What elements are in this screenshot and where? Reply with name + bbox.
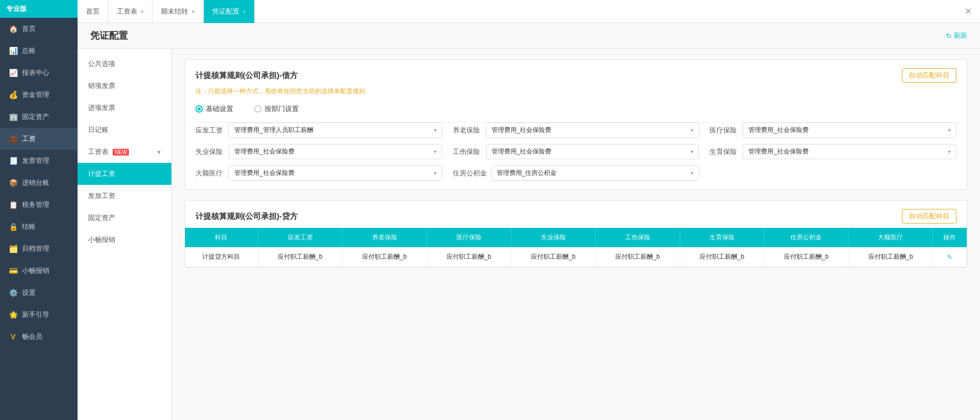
tab-close-period[interactable]: × bbox=[191, 8, 194, 15]
sub-item-pay-salary[interactable]: 发放工资 bbox=[78, 185, 171, 207]
tab-home[interactable]: 首页 bbox=[78, 0, 108, 23]
page-title: 凭证配置 bbox=[90, 29, 128, 42]
debit-auto-match-button[interactable]: 自动匹配科目 bbox=[902, 68, 956, 83]
main-content: 计提核算规则(公司承担)-借方 自动匹配科目 注：只能选择一种方式，系统将按照您… bbox=[172, 49, 980, 420]
field-housing: 住房公积金 管理费用_住房公积金 ▾ bbox=[453, 165, 700, 181]
sidebar-item-xiaochang[interactable]: 💳 小畅报销 bbox=[0, 260, 78, 282]
cell-injury[interactable]: 应付职工薪酬_b bbox=[595, 247, 680, 267]
sidebar-item-tax[interactable]: 📋 税务管理 bbox=[0, 194, 78, 216]
stock-icon: 📦 bbox=[8, 179, 18, 187]
field-pension-label: 养老保险 bbox=[453, 126, 482, 135]
debit-form-grid: 应发工资 管理费用_管理人员职工薪酬 ▾ 养老保险 管理费用_社会保险费 bbox=[185, 122, 967, 189]
tab-salary-table[interactable]: 工资表 × bbox=[108, 0, 153, 23]
field-unemployment: 失业保险 管理费用_社会保险费 ▾ bbox=[195, 144, 442, 159]
field-maternity-select[interactable]: 管理费用_社会保险费 ▾ bbox=[743, 144, 956, 159]
cell-housing[interactable]: 应付职工薪酬_b bbox=[764, 247, 848, 267]
refresh-button[interactable]: ↻ 刷新 bbox=[946, 31, 967, 40]
field-unemployment-label: 失业保险 bbox=[195, 147, 224, 157]
archive-icon: 🗂️ bbox=[8, 245, 18, 253]
sidebar-item-assets[interactable]: 🏢 固定资产 bbox=[0, 106, 78, 128]
cell-major-medical[interactable]: 应付职工薪酬_b bbox=[848, 247, 933, 267]
cell-medical[interactable]: 应付职工薪酬_b bbox=[427, 247, 511, 267]
credit-section: 计提核算规则(公司承担)-贷方 自动匹配科目 科目 应发工资 养老保险 医疗保险… bbox=[184, 200, 967, 268]
field-medical-select[interactable]: 管理费用_社会保险费 ▾ bbox=[743, 123, 956, 138]
radio-basic-dot bbox=[195, 105, 203, 113]
col-housing: 住房公积金 bbox=[764, 228, 848, 247]
field-unemployment-select[interactable]: 管理费用_社会保险费 ▾ bbox=[228, 144, 442, 159]
debit-section-header: 计提核算规则(公司承担)-借方 自动匹配科目 bbox=[185, 60, 967, 87]
sub-item-expense[interactable]: 小畅报销 bbox=[78, 229, 171, 251]
sub-item-salary-table[interactable]: 工资表 NEW ▾ bbox=[78, 141, 171, 163]
credit-auto-match-button[interactable]: 自动匹配科目 bbox=[902, 209, 956, 224]
field-major-medical-label: 大额医疗 bbox=[195, 169, 224, 178]
cell-salary[interactable]: 应付职工薪酬_b bbox=[258, 247, 342, 267]
field-housing-label: 住房公积金 bbox=[453, 169, 487, 178]
reports-icon: 📈 bbox=[8, 69, 18, 77]
field-salary: 应发工资 管理费用_管理人员职工薪酬 ▾ bbox=[195, 123, 442, 138]
debit-section-note: 注：只能选择一种方式，系统将按照您当前的选择来配置规则 bbox=[185, 87, 967, 100]
cell-pension[interactable]: 应付职工薪酬_b bbox=[342, 247, 427, 267]
sidebar-item-settings[interactable]: ⚙️ 设置 bbox=[0, 282, 78, 304]
content-area: 凭证配置 ↻ 刷新 公共选项 销项发票 进项发票 日记账 bbox=[78, 23, 980, 420]
main-area: 首页 工资表 × 期末结转 × 凭证配置 × ✕ 凭证配置 ↻ 刷新 bbox=[78, 0, 980, 420]
sidebar-item-home[interactable]: 🏠 首页 bbox=[0, 18, 78, 40]
radio-dept[interactable]: 按部门设置 bbox=[254, 104, 299, 114]
close-account-icon: 🔒 bbox=[8, 223, 18, 231]
ledger-icon: 📊 bbox=[8, 47, 18, 55]
col-injury: 工伤保险 bbox=[595, 228, 680, 247]
app-title: 专业版 bbox=[0, 0, 78, 18]
col-medical: 医疗保险 bbox=[427, 228, 511, 247]
sidebar: 专业版 🏠 首页 📊 总账 📈 报表中心 💰 资金管理 🏢 固定资产 💼 工资 … bbox=[0, 0, 78, 420]
sidebar-item-reports[interactable]: 📈 报表中心 bbox=[0, 62, 78, 84]
field-housing-select[interactable]: 管理费用_住房公积金 ▾ bbox=[491, 165, 700, 181]
xiaochang-icon: 💳 bbox=[8, 267, 18, 275]
sub-sidebar: 公共选项 销项发票 进项发票 日记账 工资表 NEW ▾ 计提工资 bbox=[78, 49, 172, 420]
invoice-icon: 🧾 bbox=[8, 157, 18, 165]
sub-item-purchase-invoice[interactable]: 进项发票 bbox=[78, 97, 171, 119]
radio-basic[interactable]: 基础设置 bbox=[195, 104, 233, 114]
chevron-icon: ▾ bbox=[691, 127, 693, 133]
field-pension-select[interactable]: 管理费用_社会保险费 ▾ bbox=[486, 123, 700, 138]
field-salary-select[interactable]: 管理费用_管理人员职工薪酬 ▾ bbox=[228, 123, 442, 138]
field-major-medical-select[interactable]: 管理费用_社会保险费 ▾ bbox=[228, 165, 442, 181]
tab-period-carry[interactable]: 期末结转 × bbox=[153, 0, 203, 23]
sidebar-item-guide[interactable]: 🌟 新手引导 bbox=[0, 304, 78, 326]
sidebar-item-close[interactable]: 🔒 结账 bbox=[0, 216, 78, 238]
sub-item-public[interactable]: 公共选项 bbox=[78, 53, 171, 75]
cell-subject: 计提贷方科目 bbox=[185, 247, 258, 267]
sidebar-item-archive[interactable]: 🗂️ 归档管理 bbox=[0, 238, 78, 260]
table-row: 计提贷方科目 应付职工薪酬_b 应付职工薪酬_b 应付职工薪酬_b 应付职工薪酬… bbox=[185, 247, 967, 267]
tab-close-salary[interactable]: × bbox=[140, 8, 144, 15]
field-major-medical: 大额医疗 管理费用_社会保险费 ▾ bbox=[195, 165, 442, 181]
chevron-icon: ▾ bbox=[434, 149, 437, 154]
layout: 公共选项 销项发票 进项发票 日记账 工资表 NEW ▾ 计提工资 bbox=[78, 49, 980, 420]
tab-voucher-config[interactable]: 凭证配置 × bbox=[204, 0, 255, 23]
sidebar-item-capital[interactable]: 💰 资金管理 bbox=[0, 84, 78, 106]
sidebar-item-invoice[interactable]: 🧾 发票管理 bbox=[0, 150, 78, 172]
sub-item-journal[interactable]: 日记账 bbox=[78, 119, 171, 141]
cell-unemployment[interactable]: 应付职工薪酬_b bbox=[511, 247, 595, 267]
sidebar-item-member[interactable]: V 畅会员 bbox=[0, 326, 78, 348]
sub-item-fixed-assets[interactable]: 固定资产 bbox=[78, 207, 171, 229]
settings-icon: ⚙️ bbox=[8, 289, 18, 297]
edit-icon[interactable]: ✎ bbox=[947, 253, 952, 261]
sidebar-item-salary[interactable]: 💼 工资 bbox=[0, 128, 78, 150]
sidebar-item-ledger[interactable]: 📊 总账 bbox=[0, 40, 78, 62]
refresh-icon: ↻ bbox=[946, 32, 952, 40]
capital-icon: 💰 bbox=[8, 91, 18, 99]
tab-bar: 首页 工资表 × 期末结转 × 凭证配置 × ✕ bbox=[78, 0, 980, 23]
tab-close-voucher[interactable]: × bbox=[243, 8, 246, 15]
chevron-down-icon: ▾ bbox=[157, 148, 161, 156]
cell-action[interactable]: ✎ bbox=[933, 247, 967, 267]
chevron-icon: ▾ bbox=[434, 127, 437, 133]
debit-radio-group: 基础设置 按部门设置 bbox=[185, 100, 967, 122]
sidebar-item-stock[interactable]: 📦 进销台账 bbox=[0, 172, 78, 194]
sub-item-calc-salary[interactable]: 计提工资 bbox=[78, 163, 171, 185]
radio-dept-dot bbox=[254, 105, 262, 113]
sub-item-sales-invoice[interactable]: 销项发票 bbox=[78, 75, 171, 97]
col-unemployment: 失业保险 bbox=[511, 228, 595, 247]
close-all-button[interactable]: ✕ bbox=[956, 6, 980, 16]
cell-maternity[interactable]: 应付职工薪酬_b bbox=[680, 247, 764, 267]
col-pension: 养老保险 bbox=[342, 228, 427, 247]
field-injury-select[interactable]: 管理费用_社会保险费 ▾ bbox=[486, 144, 700, 159]
